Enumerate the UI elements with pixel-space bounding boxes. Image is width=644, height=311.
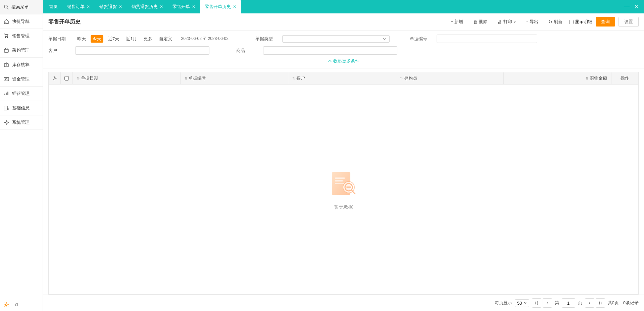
th-sort-icon: ⇅ [586,76,588,80]
per-page-select[interactable]: 50 [515,299,529,307]
filter-row-1: 单据日期 昨天 今天 近7天 近1月 更多 自定义 2023-06-02 至 2… [48,35,639,43]
sidebar-bottom [0,298,43,311]
tab-retail-open-history[interactable]: 零售开单历史 ✕ [200,0,241,13]
date-today[interactable]: 今天 [91,35,103,43]
sidebar-item-operations[interactable]: 经营管理 [0,87,43,101]
print-icon: 🖨 [498,19,502,24]
sidebar-item-basic-info[interactable]: 基础信息 [0,101,43,115]
pagination: 每页显示 50 ⟨⟨ ‹ 第 页 › ⟩⟩ 共0页，0条记录 [43,295,644,311]
per-page-value: 50 [517,301,522,306]
sidebar-item-inventory[interactable]: 库存核算 [0,58,43,72]
export-icon: ↑ [526,19,528,24]
svg-rect-17 [7,108,9,110]
sidebar: 搜索采单 快捷导航 销售管理 采购管理 库存核算 资金管理 经营管理 [0,0,43,311]
sidebar-item-quick-nav[interactable]: 快捷导航 [0,14,43,29]
svg-point-19 [5,304,7,306]
tab-sales-return[interactable]: 销货退货 ✕ [95,0,127,13]
order-type-select[interactable] [282,35,390,43]
sidebar-item-purchase-mgmt[interactable]: 采购管理 [0,43,43,58]
chart-icon [3,91,9,97]
new-button[interactable]: + 新增 [447,17,466,27]
tab-close-sales-return-history[interactable]: ✕ [160,4,163,9]
window-close-btn[interactable]: ✕ [633,2,640,11]
customer-input-dots[interactable]: ··· [204,49,207,53]
customer-input-wrap: ··· [75,46,209,55]
product-label: 商品 [236,48,256,54]
date-last7[interactable]: 近7天 [106,35,121,43]
tab-close-sales-order[interactable]: ✕ [87,4,90,9]
sidebar-item-system-mgmt[interactable]: 系统管理 [0,115,43,130]
svg-rect-25 [335,183,344,184]
select-all-checkbox[interactable] [64,76,69,81]
page-number-input[interactable] [562,298,575,308]
tab-close-retail-open[interactable]: ✕ [192,4,195,9]
page-title: 零售开单历史 [48,18,447,25]
date-filter-label: 单据日期 [48,36,68,42]
collapse-button[interactable]: 收起更多条件 [328,58,359,64]
last-page-btn[interactable]: ⟩⟩ [596,298,605,308]
table-select-all[interactable] [61,72,73,84]
home-icon [3,18,9,24]
customer-label: 客户 [48,48,68,54]
sidebar-item-label: 基础信息 [12,105,30,111]
date-custom[interactable]: 自定义 [157,35,174,43]
per-page-chevron-icon [524,301,527,305]
prev-page-btn[interactable]: ‹ [543,298,552,308]
sidebar-search[interactable]: 搜索采单 [0,0,43,14]
query-button[interactable]: 查询 [596,17,615,27]
th-sort-icon: ⇅ [292,76,295,80]
svg-rect-2 [5,22,6,23]
date-options: 昨天 今天 近7天 近1月 更多 自定义 [75,35,174,43]
tab-sales-order[interactable]: 销售订单 ✕ [62,0,95,13]
empty-state-icon [327,169,360,199]
sidebar-item-finance[interactable]: 资金管理 [0,72,43,87]
page-label-end: 页 [577,300,584,306]
th-sort-icon: ⇅ [400,76,403,80]
tab-retail-open[interactable]: 零售开单 ✕ [168,0,200,13]
sidebar-item-label: 资金管理 [12,76,30,82]
collapse-sidebar-icon[interactable] [13,302,19,308]
settings-bottom-icon[interactable] [3,302,9,308]
empty-text: 暂无数据 [334,204,353,210]
chevron-down-icon [383,37,387,41]
settings-button[interactable]: 设置 [618,17,639,27]
date-more[interactable]: 更多 [142,35,154,43]
first-page-btn[interactable]: ⟨⟨ [532,298,541,308]
th-amount: ⇅ 实销金额 [504,72,611,84]
date-yesterday[interactable]: 昨天 [75,35,88,43]
tab-bar-window-controls: — ✕ [623,2,643,11]
order-no-input[interactable] [437,35,537,43]
th-guide: ⇅ 导购员 [396,72,504,84]
tab-sales-return-history[interactable]: 销货退货历史 ✕ [127,0,168,13]
print-dropdown-icon: ∨ [513,20,516,24]
order-type-label: 单据类型 [255,36,276,42]
info-icon [3,105,9,111]
print-button[interactable]: 🖨 打印 ∨ [494,17,519,27]
money-icon [3,76,9,82]
svg-rect-23 [335,177,345,179]
svg-rect-8 [4,77,9,81]
delete-button[interactable]: 🗑 删除 [470,17,491,27]
tab-close-retail-open-history[interactable]: ✕ [233,4,236,9]
page-label: 第 [553,300,560,306]
display-detail-checkbox-wrap[interactable]: 显示明细 [569,19,592,25]
th-sort-icon: ⇅ [185,76,187,80]
display-detail-checkbox[interactable] [569,20,574,24]
table-settings-btn[interactable] [49,72,61,84]
date-last-month[interactable]: 近1月 [124,35,139,43]
per-page-label: 每页显示 [495,300,512,306]
export-button[interactable]: ↑ 导出 [523,17,542,27]
svg-rect-5 [4,49,8,52]
table-header: ⇅ 单据日期 ⇅ 单据编号 ⇅ 客户 ⇅ 导购员 ⇅ 实销金额 [48,72,639,84]
filter-collapse-area: 收起更多条件 [48,58,639,64]
tab-close-sales-return[interactable]: ✕ [119,4,122,9]
product-input[interactable] [263,46,397,55]
sidebar-item-sales-mgmt[interactable]: 销售管理 [0,29,43,43]
window-minimize-btn[interactable]: — [623,2,631,11]
product-input-dots[interactable]: ··· [392,49,395,53]
refresh-button[interactable]: ↻ 刷新 [545,17,566,27]
table-body: 暂无数据 [48,84,639,295]
customer-input[interactable] [75,46,209,55]
tab-home[interactable]: 首页 [44,0,62,13]
next-page-btn[interactable]: › [585,298,594,308]
